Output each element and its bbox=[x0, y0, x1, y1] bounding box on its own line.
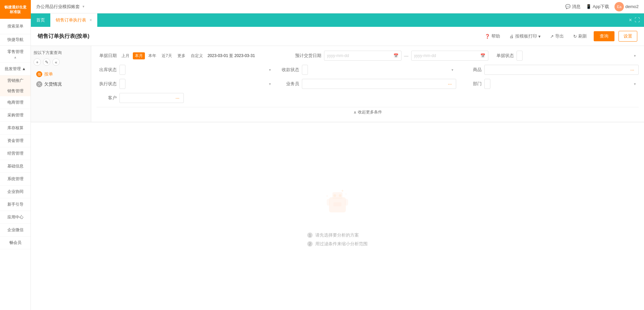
search-menu-button[interactable]: 搜索菜单 bbox=[2, 21, 29, 31]
sidebar-item-enterprise[interactable]: 企业协同 bbox=[0, 186, 31, 198]
date-shortcut-custom[interactable]: 自定义 bbox=[189, 52, 205, 59]
tab-close-icon[interactable]: × bbox=[90, 18, 92, 22]
svg-point-2 bbox=[333, 194, 336, 197]
filter-area: 按以下方案查询 + ✎ « 按 按单 欠 欠货情况 bbox=[31, 46, 644, 122]
exec-status-select-wrapper: ▾ bbox=[119, 79, 274, 89]
empty-illustration: ✦ ✦ ✦ bbox=[321, 186, 354, 219]
date-range-text: 2023-03-01 至 2023-03-31 bbox=[208, 53, 255, 59]
sidebar-item-retail[interactable]: 零售管理 ▲ bbox=[0, 46, 31, 63]
tab-home-label: 首页 bbox=[36, 17, 45, 23]
scheme-item-1[interactable]: 欠 欠货情况 bbox=[34, 79, 88, 89]
sidebar-item-operations[interactable]: 经营管理 bbox=[0, 147, 31, 160]
sidebar-item-wholesale[interactable]: 批发管理 ▲ bbox=[0, 63, 31, 75]
sidebar-item-system[interactable]: 系统管理 bbox=[0, 173, 31, 186]
date-range-display: 2023-03-01 至 2023-03-31 bbox=[208, 53, 290, 59]
tip-num-2: 2 bbox=[307, 241, 313, 247]
scheme-panel-label: 按以下方案查询 bbox=[34, 50, 62, 56]
avatar: Ea bbox=[614, 2, 624, 11]
empty-tip-1: 1 请先选择要分析的方案 bbox=[307, 232, 368, 238]
calendar-end-icon[interactable]: 📅 bbox=[480, 53, 485, 58]
export-label: 导出 bbox=[555, 33, 564, 39]
scheme-gray-icon: 欠 bbox=[36, 81, 42, 87]
expected-date-label: 预计交货日期 bbox=[295, 53, 321, 59]
refresh-button[interactable]: ↻ 刷新 bbox=[571, 32, 590, 41]
topbar-dropdown-icon[interactable]: ▾ bbox=[83, 4, 85, 9]
print-dropdown-icon[interactable]: ▾ bbox=[538, 34, 541, 39]
svg-text:✦: ✦ bbox=[341, 189, 344, 193]
date-separator: — bbox=[404, 53, 409, 58]
customer-ellipsis-icon[interactable]: ··· bbox=[174, 95, 181, 101]
date-shortcut-last-month[interactable]: 上月 bbox=[119, 52, 131, 59]
date-shortcut-this-month[interactable]: 本月 bbox=[133, 52, 145, 59]
sidebar-search-section: 搜索菜单 bbox=[0, 19, 31, 34]
svg-text:✦: ✦ bbox=[345, 193, 347, 196]
shipment-status-select[interactable] bbox=[119, 65, 125, 75]
exec-status-select[interactable] bbox=[119, 79, 125, 89]
tab-sales-order[interactable]: 销售订单执行表 × bbox=[50, 13, 97, 27]
collapse-filter-button[interactable]: ∧ 收起更多条件 bbox=[97, 107, 639, 117]
date-shortcut-this-year[interactable]: 本年 bbox=[146, 52, 158, 59]
add-scheme-button[interactable]: + bbox=[34, 58, 41, 66]
topbar: 办公用品行业模拟账套 ▾ 💬 消息 📱 App下载 Ea demo2 bbox=[31, 0, 644, 13]
scheme-panel-actions: + ✎ « bbox=[34, 58, 88, 66]
expected-date-end[interactable]: yyyy-mm-dd 📅 bbox=[411, 51, 489, 61]
doc-status-select-wrapper: ▾ bbox=[517, 51, 639, 61]
date-shortcut-more[interactable]: 更多 bbox=[175, 52, 187, 59]
sidebar-item-inventory[interactable]: 库存核算 bbox=[0, 122, 31, 135]
sidebar-item-apps[interactable]: 应用中心 bbox=[0, 211, 31, 224]
expected-date-start[interactable]: yyyy-mm-dd 📅 bbox=[324, 51, 401, 61]
date-shortcut-7days[interactable]: 近7天 bbox=[160, 52, 174, 59]
sidebar-item-members[interactable]: 畅会员 bbox=[0, 237, 31, 249]
sidebar-sub-item-sales[interactable]: 销售管理 bbox=[0, 86, 31, 96]
sidebar-item-purchase[interactable]: 采购管理 bbox=[0, 109, 31, 122]
refresh-label: 刷新 bbox=[578, 33, 587, 39]
message-button[interactable]: 💬 消息 bbox=[565, 4, 581, 10]
sidebar-item-basics[interactable]: 基础信息 bbox=[0, 160, 31, 173]
app-download-button[interactable]: 📱 App下载 bbox=[586, 4, 609, 10]
shipment-dropdown-icon: ▾ bbox=[269, 68, 271, 72]
maximize-window-icon[interactable]: ⛶ bbox=[635, 17, 640, 23]
scheme-panel-title: 按以下方案查询 bbox=[34, 50, 88, 56]
collapse-scheme-button[interactable]: « bbox=[52, 58, 60, 66]
topbar-left: 办公用品行业模拟账套 ▾ bbox=[36, 4, 85, 10]
export-button[interactable]: ↗ 导出 bbox=[547, 32, 567, 41]
filter-row-2: 出库状态 ▾ 收款状态 bbox=[97, 65, 639, 75]
expected-date-end-placeholder: yyyy-mm-dd bbox=[414, 53, 436, 58]
sidebar-item-wechat[interactable]: 企业微信 bbox=[0, 224, 31, 237]
query-button[interactable]: 查询 bbox=[594, 31, 614, 41]
payment-dropdown-icon: ▾ bbox=[451, 68, 453, 72]
customer-input-wrapper: ··· bbox=[119, 93, 184, 103]
goods-ellipsis-icon[interactable]: ··· bbox=[629, 67, 636, 72]
scheme-item-label-0: 按单 bbox=[44, 71, 53, 77]
dept-select[interactable] bbox=[484, 79, 490, 89]
help-button[interactable]: ❓ 帮助 bbox=[482, 32, 503, 41]
salesperson-ellipsis-icon[interactable]: ··· bbox=[446, 81, 453, 87]
sidebar-item-ecommerce[interactable]: 电商管理 bbox=[0, 96, 31, 109]
sidebar-item-finance[interactable]: 资金管理 bbox=[0, 135, 31, 147]
empty-tip-2: 2 用过滤条件来缩小分析范围 bbox=[307, 241, 368, 247]
goods-label: 商品 bbox=[462, 67, 482, 73]
filter-fields: 单据日期 上月 本月 本年 近7天 更多 自定义 2023-03-01 至 20… bbox=[91, 46, 644, 122]
calendar-start-icon[interactable]: 📅 bbox=[393, 53, 398, 58]
main-content: 办公用品行业模拟账套 ▾ 💬 消息 📱 App下载 Ea demo2 首页 bbox=[31, 0, 644, 310]
close-window-icon[interactable]: × bbox=[629, 17, 632, 23]
refresh-icon: ↻ bbox=[573, 34, 577, 39]
tab-sales-order-label: 销售订单执行表 bbox=[56, 17, 86, 23]
payment-status-select[interactable] bbox=[302, 65, 308, 75]
filter-inner: 按以下方案查询 + ✎ « 按 按单 欠 欠货情况 bbox=[31, 46, 644, 122]
scheme-item-0[interactable]: 按 按单 bbox=[34, 69, 88, 79]
quick-nav-button[interactable]: 快捷导航 bbox=[0, 34, 31, 46]
sidebar-item-onboarding[interactable]: 新手引导 bbox=[0, 198, 31, 211]
edit-scheme-button[interactable]: ✎ bbox=[43, 58, 50, 66]
doc-status-select[interactable] bbox=[517, 51, 523, 61]
page-header: 销售订单执行表(按单) ❓ 帮助 🖨 按模板打印 ▾ ↗ 导出 ↻ 刷新 bbox=[31, 27, 644, 46]
collapse-up-icon: ∧ bbox=[354, 110, 357, 115]
user-profile[interactable]: Ea demo2 bbox=[614, 2, 639, 11]
doc-status-label: 单据状态 bbox=[494, 53, 514, 59]
customer-label: 客户 bbox=[97, 95, 117, 101]
settings-button[interactable]: 设置 bbox=[619, 31, 637, 42]
expected-date-start-placeholder: yyyy-mm-dd bbox=[327, 53, 349, 58]
print-button[interactable]: 🖨 按模板打印 ▾ bbox=[507, 32, 543, 41]
sidebar-sub-item-marketing[interactable]: 营销推广 bbox=[0, 75, 31, 86]
tab-home[interactable]: 首页 bbox=[31, 13, 50, 27]
